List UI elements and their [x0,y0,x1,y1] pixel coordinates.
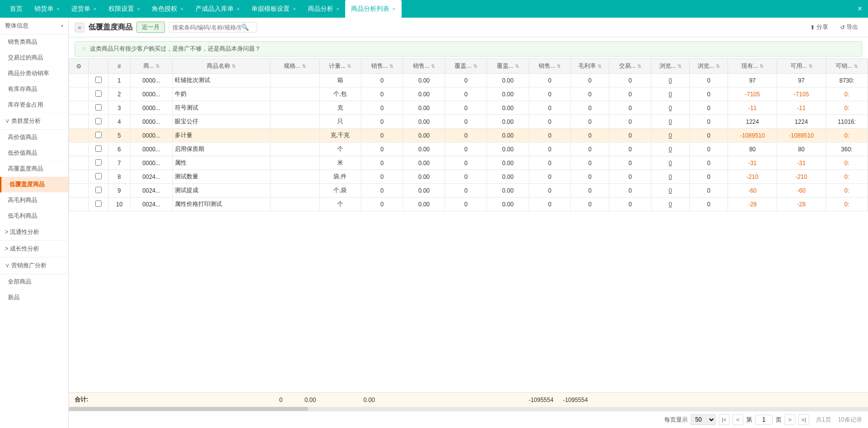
col-code[interactable]: 商... ⇅ [131,59,172,74]
search-input[interactable] [172,24,241,31]
sidebar-item-high-coverage[interactable]: 高覆盖度商品 [0,161,68,177]
table-cell: 0.00 [487,184,529,198]
time-filter-button[interactable]: 近一月 [136,22,165,33]
sidebar-item-sales-goods[interactable]: 销售类商品 [0,34,68,50]
sidebar-group-liquidity[interactable]: > 流通性分析 [0,224,68,241]
sidebar-item-category-rate[interactable]: 商品分类动销率 [0,66,68,82]
sidebar-item-traded-goods[interactable]: 交易过的商品 [0,50,68,66]
nav-product-analysis[interactable]: 商品分析 × [302,0,345,18]
nav-home[interactable]: 首页 [4,0,28,18]
table-cell: 0 [361,129,403,143]
table-cell[interactable] [88,156,108,170]
search-box: 🔍 [169,22,257,32]
table-cell[interactable] [69,101,89,115]
table-cell[interactable] [88,143,108,156]
table-cell[interactable] [88,198,108,211]
nav-finished-goods[interactable]: 产成品入库单 × [190,0,245,18]
close-icon[interactable]: × [392,6,395,12]
table-cell[interactable] [88,170,108,184]
col-stock3[interactable]: 可销... ⇅ [826,59,868,74]
col-trade[interactable]: 交易... ⇅ [609,59,651,74]
col-browse2[interactable]: 浏览... ⇅ [689,59,728,74]
sidebar-item-high-margin[interactable]: 高毛利商品 [0,193,68,208]
sidebar-group-cluster[interactable]: ∨ 类群度分析 [0,113,68,130]
table-cell[interactable] [69,184,89,198]
col-spec[interactable]: 规格... ⇅ [270,59,319,74]
window-close-button[interactable]: × [856,2,864,15]
sidebar-item-high-value[interactable]: 高价值商品 [0,130,68,145]
table-row: 90024...测试提成个,袋00.0000.0000000-60-600: [69,184,868,198]
table-cell[interactable] [88,74,108,87]
close-icon[interactable]: × [237,6,240,12]
table-cell[interactable] [69,129,89,143]
nav-role-auth[interactable]: 角色授权 × [146,0,189,18]
table-cell: 7 [108,156,131,170]
col-settings[interactable]: ⚙ [69,59,89,74]
sidebar-item-low-value[interactable]: 低价值商品 [0,145,68,161]
col-name[interactable]: 商品名称 ⇅ [172,59,270,74]
table-cell: 5 [108,129,131,143]
table-cell[interactable] [69,74,89,87]
col-stock2[interactable]: 可用... ⇅ [777,59,826,74]
table-cell: 0.00 [403,129,445,143]
col-browse1[interactable]: 浏览... ⇅ [651,59,689,74]
sidebar-item-all-goods[interactable]: 全部商品 [0,274,68,290]
table-cell[interactable] [69,170,89,184]
table-cell[interactable] [69,87,89,101]
table-cell: 80 [777,143,826,156]
close-icon[interactable]: × [180,6,183,12]
nav-permission-settings[interactable]: 权限设置 × [103,0,146,18]
table-container[interactable]: ⚙ # 商... ⇅ 商品名称 ⇅ 规格... ⇅ 计量... ⇅ 销售... … [69,58,868,392]
nav-purchase-order[interactable]: 进货单 × [65,0,102,18]
first-page-button[interactable]: |< [719,414,730,425]
col-sale-count[interactable]: 销售... ⇅ [361,59,403,74]
search-icon[interactable]: 🔍 [241,24,249,31]
table-cell[interactable] [88,129,108,143]
nav-product-analysis-list[interactable]: 商品分析列表 × [345,0,401,18]
col-unit[interactable]: 计量... ⇅ [319,59,361,74]
sidebar-group-growth[interactable]: > 成长性分析 [0,241,68,257]
close-icon[interactable]: × [56,6,59,12]
content-area: « 低覆盖度商品 近一月 🔍 ⬆ 分享 ↺ 导出 ☆ 这类商品只有很少客户购买过… [69,18,868,428]
col-cover2[interactable]: 覆盖... ⇅ [487,59,529,74]
table-cell[interactable] [88,87,108,101]
col-margin[interactable]: 毛利率 ⇅ [571,59,609,74]
table-cell[interactable] [69,143,89,156]
table-cell[interactable] [88,101,108,115]
col-cover1[interactable]: 覆盖... ⇅ [445,59,487,74]
close-icon[interactable]: × [137,6,140,12]
nav-template-settings[interactable]: 单据模板设置 × [245,0,301,18]
nav-sales-order[interactable]: 销货单 × [28,0,65,18]
col-stock1[interactable]: 现有... ⇅ [728,59,777,74]
page-number-input[interactable] [755,415,773,425]
close-icon[interactable]: × [293,6,296,12]
col-sale-amount[interactable]: 销售... ⇅ [403,59,445,74]
table-cell[interactable] [88,184,108,198]
sidebar-item-low-coverage[interactable]: 低覆盖度商品 [0,177,68,193]
table-cell[interactable] [88,115,108,129]
table-cell [270,115,319,129]
page-size-select[interactable]: 50 100 200 [691,414,716,425]
table-cell[interactable] [69,156,89,170]
sidebar-group-marketing[interactable]: ∨ 营销推广分析 [0,257,68,274]
prev-page-button[interactable]: < [732,414,743,425]
col-sale3[interactable]: 销售... ⇅ [529,59,570,74]
last-page-button[interactable]: >| [798,414,809,425]
sidebar-collapse-button[interactable]: « [75,23,84,32]
sidebar-item-in-stock[interactable]: 有库存商品 [0,82,68,97]
table-cell: 0 [571,170,609,184]
sidebar-item-new-goods[interactable]: 新品 [0,290,68,306]
next-page-button[interactable]: > [785,414,795,425]
close-icon[interactable]: × [93,6,96,12]
table-cell: 0 [689,156,728,170]
sidebar-group-overall[interactable]: 整体信息 ▾ [0,18,68,34]
sidebar-item-capital[interactable]: 库存资金占用 [0,97,68,113]
share-button[interactable]: ⬆ 分享 [806,22,832,33]
table-cell: 符号测试 [172,101,270,115]
close-icon[interactable]: × [336,6,339,12]
sidebar-item-low-margin[interactable]: 低毛利商品 [0,208,68,224]
export-button[interactable]: ↺ 导出 [836,22,862,33]
horizontal-scrollbar[interactable] [69,407,868,411]
table-cell[interactable] [69,198,89,211]
table-cell[interactable] [69,115,89,129]
